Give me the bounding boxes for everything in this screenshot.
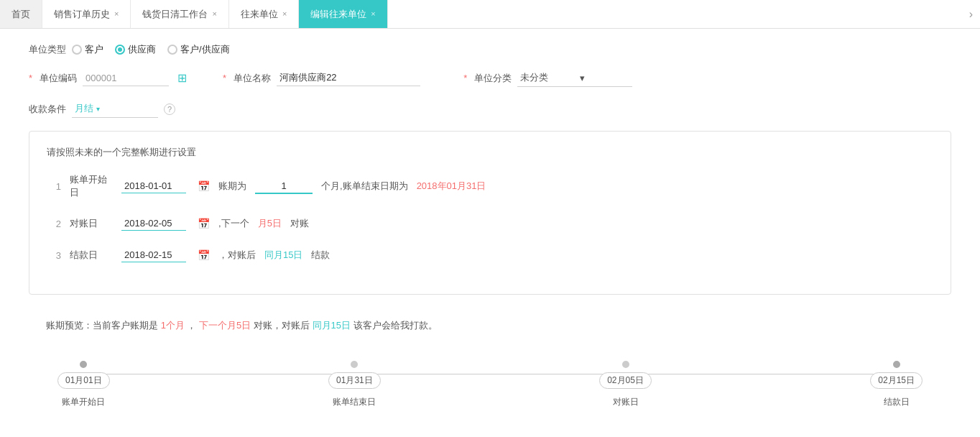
unit-classify-arrow: ▾: [580, 73, 585, 83]
row-1-period-unit: 个月,账单结束日期为: [321, 180, 408, 193]
radio-customer-label: 客户: [85, 43, 103, 56]
tl-dot-3: [893, 361, 900, 368]
tl-badge-3: 02月15日: [870, 372, 923, 389]
tab-cash-desk[interactable]: 钱货日清工作台 ×: [131, 0, 228, 28]
tabs-scroll-arrow[interactable]: ›: [962, 8, 980, 21]
preview-comma1: ，: [187, 320, 196, 331]
unit-code-field: * 单位编码 ⊞: [29, 70, 187, 86]
preview-prefix: 账期预览：当前客户账期是: [46, 320, 158, 331]
row-1-period-input[interactable]: [255, 179, 313, 194]
tl-badge-1: 01月31日: [328, 372, 381, 389]
tab-sales-order-label: 销售订单历史: [54, 8, 110, 21]
payment-select[interactable]: 月结 ▾: [72, 100, 158, 118]
unit-classify-field: * 单位分类 未分类 ▾: [463, 69, 632, 87]
preview-part3: 对账，对账后: [254, 320, 310, 331]
unit-type-field: 单位类型 客户 供应商 客户/供应商: [29, 43, 230, 56]
preview-part1: 1个月: [161, 320, 185, 331]
settings-box: 请按照未来的一个完整帐期进行设置 1 账单开始日 📅 账期为 个月,账单结束日期…: [29, 131, 951, 295]
tab-cash-desk-close[interactable]: ×: [212, 10, 216, 18]
unit-name-field: * 单位名称: [223, 70, 420, 86]
row-1-period-label: 账期为: [218, 180, 246, 193]
timeline-points: 01月01日 账单开始日 01月31日 账单结束日 02月05日 对账日 02月…: [57, 361, 923, 408]
tl-label-3: 结款日: [884, 396, 910, 408]
row-2-date-input[interactable]: [121, 216, 186, 231]
timeline-wrapper: 01月01日 账单开始日 01月31日 账单结束日 02月05日 对账日 02月…: [43, 361, 937, 408]
tab-home[interactable]: 首页: [0, 0, 42, 28]
tabs-bar: 首页 销售订单历史 × 钱货日清工作台 × 往来单位 × 编辑往来单位 × ›: [0, 0, 980, 29]
unit-name-input[interactable]: [277, 70, 420, 86]
preview-text: 账期预览：当前客户账期是 1个月 ， 下一个月5日 对账，对账后 同月15日 该…: [46, 320, 438, 331]
tl-label-2: 对账日: [613, 396, 639, 408]
row-3-suffix-after: 结款: [311, 249, 330, 262]
unit-code-star: *: [29, 73, 32, 83]
row-2-suffix-before: ,下一个: [218, 217, 249, 230]
radio-both[interactable]: 客户/供应商: [167, 43, 230, 56]
tl-dot-1: [351, 361, 358, 368]
tab-sales-order-close[interactable]: ×: [114, 10, 119, 18]
timeline-point-3: 02月15日 结款日: [870, 361, 923, 408]
payment-field: 收款条件 月结 ▾ ?: [29, 100, 175, 118]
row-3-date-input[interactable]: [121, 248, 186, 262]
payment-arrow: ▾: [96, 105, 100, 113]
row-2-calendar-icon[interactable]: 📅: [198, 218, 210, 229]
timeline-point-2: 02月05日 对账日: [599, 361, 652, 408]
tab-partner-close[interactable]: ×: [282, 10, 287, 18]
tab-edit-partner[interactable]: 编辑往来单位 ×: [299, 0, 387, 28]
row-1-date-input[interactable]: [121, 179, 186, 193]
row-1-num: 1: [47, 181, 61, 192]
page-content: 单位类型 客户 供应商 客户/供应商 * 单位编码: [0, 29, 980, 437]
radio-both-circle: [167, 45, 177, 55]
setting-row-3: 3 结款日 📅 ，对账后 同月15日 结款: [47, 248, 933, 262]
unit-code-input[interactable]: [83, 70, 169, 86]
radio-customer[interactable]: 客户: [72, 43, 103, 56]
tl-badge-2: 02月05日: [599, 372, 652, 389]
row-1-period-end: 2018年01月31日: [417, 180, 486, 193]
row-3-suffix-before: ，对账后: [218, 249, 256, 262]
tab-cash-desk-label: 钱货日清工作台: [142, 8, 208, 21]
tab-partner[interactable]: 往来单位 ×: [229, 0, 299, 28]
tab-sales-order[interactable]: 销售订单历史 ×: [42, 0, 131, 28]
tl-label-1: 账单结束日: [333, 396, 376, 408]
unit-name-star: *: [223, 73, 226, 83]
payment-help-icon[interactable]: ?: [164, 104, 175, 115]
unit-type-label: 单位类型: [29, 43, 66, 56]
radio-both-label: 客户/供应商: [180, 43, 230, 56]
payment-label: 收款条件: [29, 103, 66, 116]
settings-title: 请按照未来的一个完整帐期进行设置: [47, 146, 933, 159]
tab-home-label: 首页: [11, 8, 30, 21]
preview-part2: 下一个月5日: [199, 320, 251, 331]
timeline-container: 01月01日 账单开始日 01月31日 账单结束日 02月05日 对账日 02月…: [43, 361, 937, 408]
timeline-point-0: 01月01日 账单开始日: [57, 361, 110, 408]
row-1-type: 账单开始日: [70, 173, 113, 199]
radio-supplier-circle: [115, 45, 125, 55]
row-1-calendar-icon[interactable]: 📅: [198, 180, 210, 192]
tab-partner-label: 往来单位: [241, 8, 278, 21]
row-2-type: 对账日: [70, 217, 113, 230]
form-row-code-name: * 单位编码 ⊞ * 单位名称 * 单位分类 未分类 ▾: [29, 69, 951, 87]
tl-dot-2: [622, 361, 629, 368]
row-3-suffix-highlight: 同月15日: [264, 249, 302, 262]
preview-suffix: 该客户会给我打款。: [353, 320, 438, 331]
form-row-unit-type: 单位类型 客户 供应商 客户/供应商: [29, 43, 951, 56]
tab-edit-partner-close[interactable]: ×: [371, 10, 375, 18]
radio-customer-circle: [72, 45, 82, 55]
row-2-num: 2: [47, 218, 61, 229]
tab-edit-partner-label: 编辑往来单位: [310, 8, 366, 21]
setting-row-2: 2 对账日 📅 ,下一个 月5日 对账: [47, 216, 933, 231]
radio-group-unit-type: 客户 供应商 客户/供应商: [72, 43, 230, 56]
unit-classify-value: 未分类: [520, 71, 548, 84]
tl-dot-0: [80, 361, 87, 368]
unit-classify-star: *: [463, 73, 467, 83]
payment-value: 月结: [75, 102, 93, 115]
row-3-calendar-icon[interactable]: 📅: [198, 249, 210, 261]
row-3-num: 3: [47, 250, 61, 261]
tl-badge-0: 01月01日: [57, 372, 110, 389]
radio-supplier-label: 供应商: [128, 43, 156, 56]
radio-supplier[interactable]: 供应商: [115, 43, 156, 56]
preview-box: 账期预览：当前客户账期是 1个月 ， 下一个月5日 对账，对账后 同月15日 该…: [29, 308, 951, 344]
unit-code-icon[interactable]: ⊞: [177, 71, 187, 85]
row-2-suffix-highlight: 月5日: [258, 217, 282, 230]
unit-classify-select[interactable]: 未分类 ▾: [517, 69, 632, 87]
form-row-payment: 收款条件 月结 ▾ ?: [29, 100, 951, 118]
unit-code-label: 单位编码: [40, 72, 77, 85]
